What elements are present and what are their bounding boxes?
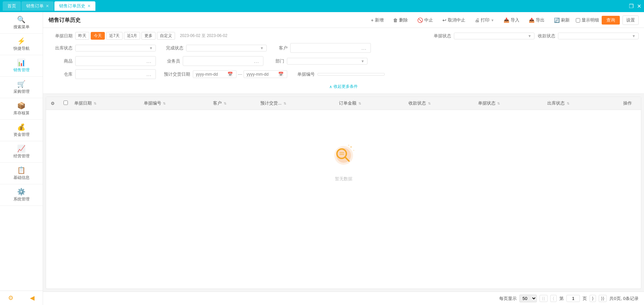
date-start-input[interactable] [196,72,226,77]
empty-text: 暂无数据 [335,176,352,182]
select-all-checkbox[interactable] [63,101,68,105]
warehouse-status-arrow-icon: ▼ [149,46,153,50]
add-button[interactable]: + 新增 [368,16,387,25]
stop-button[interactable]: 🚫 中止 [414,16,436,25]
sidebar-item-purchase-mgmt[interactable]: 🛒 采购管理 [0,77,43,98]
tab-sales-order-label: 销售订单 [26,3,44,9]
order-status-select[interactable]: ▼ [454,33,534,39]
payment-status-arrow-icon: ▼ [632,34,636,38]
date-end-wrap: 📅 [244,70,287,78]
sidebar-item-finance[interactable]: 💰 资金管理 [0,120,43,141]
date-btn-more[interactable]: 更多 [141,32,156,40]
payment-status-select[interactable]: ▼ [558,33,639,39]
tab-sales-order[interactable]: 销售订单 ✕ [22,1,54,11]
prev-page-button[interactable]: ⟨ [550,295,557,302]
completion-status-select[interactable]: ▼ [186,45,267,51]
date-end-input[interactable] [247,72,277,77]
sidebar-item-master-data[interactable]: 📋 基础信息 [0,163,43,184]
sidebar-bottom: ⚙ ◀ [0,291,43,305]
department-select[interactable]: ▼ [287,58,368,65]
tab-sales-order-history-close[interactable]: ✕ [87,4,91,8]
goods-label: 商品 [48,58,75,64]
display-columns-checkbox[interactable]: 显示明细 [576,17,599,23]
sidebar-collapse-button[interactable]: ◀ [30,294,35,302]
export-icon: 📤 [529,17,534,23]
th-date[interactable]: 单据日期 ⇅ [72,97,141,110]
order-number-label: 单据编号 [294,71,317,77]
sidebar: 🔍 搜索菜单 ⚡ 快捷导航 📊 销售管理 🛒 采购管理 📦 库存核算 💰 资金管… [0,12,43,305]
last-page-button[interactable]: ⟩⟩ [599,295,607,302]
collapse-button[interactable]: ∧ 收起更多条件 [48,82,639,89]
customer-more-icon[interactable]: … [360,45,368,51]
refresh-button[interactable]: 🔄 刷新 [551,16,573,25]
current-page-input[interactable] [566,295,580,302]
query-button[interactable]: 查询 [602,16,620,25]
order-number-input[interactable] [317,73,385,76]
warehouse-input[interactable] [78,71,145,78]
table-container: ⚙ 单据日期 ⇅ 单据编号 ⇅ [46,97,641,289]
sidebar-settings-button[interactable]: ⚙ [8,294,13,302]
salesperson-more-icon[interactable]: … [252,58,260,64]
sidebar-item-inventory[interactable]: 📦 库存核算 [0,98,43,120]
th-customer[interactable]: 客户 ⇅ [210,97,258,110]
tab-sales-order-close[interactable]: ✕ [46,4,49,8]
date-btn-today[interactable]: 今天 [91,32,105,40]
sidebar-item-sales-mgmt[interactable]: 📊 销售管理 [0,55,43,77]
filter-row-3: 商品 … 业务员 … 部门 ▼ [48,56,639,66]
th-amount[interactable]: 订单金额 ⇅ [336,97,406,110]
settings-button[interactable]: 设置 [622,15,639,25]
date-btn-1month[interactable]: 近1月 [124,32,140,40]
delete-button[interactable]: 🗑 删除 [390,16,411,25]
query-label: 查询 [606,17,615,23]
sidebar-item-quick-nav[interactable]: ⚡ 快捷导航 [0,34,43,55]
th-checkbox[interactable] [59,97,72,110]
sidebar-item-search-menu[interactable]: 🔍 搜索菜单 [0,12,43,34]
sidebar-item-operations[interactable]: 📈 经营管理 [0,141,43,163]
tab-bar-right: ❐ ✕ [629,3,641,9]
refresh-label: 刷新 [561,17,570,23]
warehouse-status-select[interactable]: ▼ [75,45,156,51]
th-payment-status[interactable]: 收款状态 ⇅ [406,97,475,110]
expected-delivery-label: 预计交货日期 [163,71,193,77]
sidebar-item-system-mgmt[interactable]: ⚙️ 系统管理 [0,184,43,206]
goods-more-icon[interactable]: … [145,58,153,64]
page-size-select[interactable]: 50 10 20 100 [519,295,537,302]
sort-customer-icon: ⇅ [224,102,226,105]
sidebar-item-sales-mgmt-label: 销售管理 [13,67,30,73]
toolbar: + 新增 🗑 删除 🚫 中止 ↩ 取消中止 🖨 打印 [368,15,639,25]
th-number[interactable]: 单据编号 ⇅ [141,97,211,110]
calendar-start-icon[interactable]: 📅 [227,72,233,77]
goods-input-wrap: … [75,56,156,66]
next-page-button[interactable]: ⟩ [590,295,596,302]
customer-input[interactable] [293,44,360,51]
th-order-status[interactable]: 单据状态 ⇅ [475,97,545,110]
tab-bar: 首页 销售订单 ✕ 销售订单历史 ✕ ❐ ✕ [0,0,644,12]
export-button[interactable]: 📤 导出 [525,16,548,25]
salesperson-input[interactable] [186,58,252,65]
calendar-end-icon[interactable]: 📅 [278,72,284,77]
window-close-icon[interactable]: ✕ [637,3,641,9]
print-label: 打印 [481,17,489,23]
date-btn-yesterday[interactable]: 昨天 [75,32,89,40]
sidebar-item-purchase-mgmt-label: 采购管理 [13,89,30,94]
th-settings[interactable]: ⚙ [46,97,59,110]
th-warehouse-status[interactable]: 出库状态 ⇅ [545,97,614,110]
first-page-button[interactable]: ⟨⟨ [540,295,548,302]
print-button[interactable]: 🖨 打印 ▼ [471,16,498,25]
date-btn-7days[interactable]: 近7天 [106,32,123,40]
tab-sales-order-history[interactable]: 销售订单历史 ✕ [54,1,95,11]
cancel-stop-icon: ↩ [442,17,446,23]
filter-area: 单据日期 昨天 今天 近7天 近1月 [43,28,644,94]
warehouse-more-icon[interactable]: … [145,71,153,77]
date-quick-buttons: 昨天 今天 近7天 近1月 更多 [75,32,175,40]
date-btn-custom[interactable]: 自定义 [157,32,175,40]
content-area: 销售订单历史 + 新增 🗑 删除 🚫 中止 ↩ 取消中止 [43,12,644,305]
filter-row-2: 出库状态 ▼ 完成状态 ▼ 客户 … [48,43,639,53]
import-button[interactable]: 📥 导入 [500,16,523,25]
cancel-stop-button[interactable]: ↩ 取消中止 [439,16,469,25]
window-restore-icon[interactable]: ❐ [629,3,634,9]
table-settings-icon[interactable]: ⚙ [51,101,55,106]
tab-home[interactable]: 首页 [3,1,21,11]
goods-input[interactable] [78,58,145,65]
th-delivery[interactable]: 预计交货... ⇅ [258,97,336,110]
